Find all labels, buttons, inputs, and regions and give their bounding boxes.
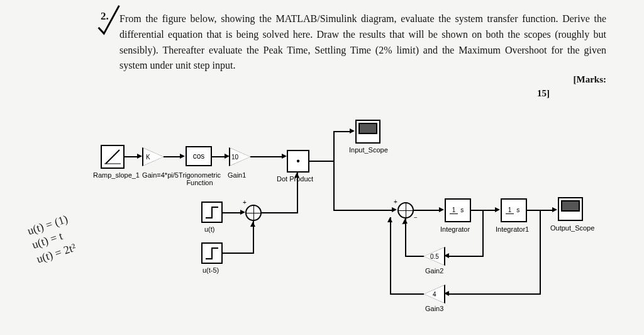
gain1-label: Gain1 — [228, 171, 246, 179]
gain-k-text: K — [146, 154, 150, 161]
svg-line-0 — [106, 150, 119, 164]
integrator1-label: Integrator1 — [496, 225, 529, 233]
trig-block: cos — [186, 146, 212, 166]
marks-label: [Marks: — [574, 74, 607, 85]
handwritten-notes: u(t) = (1) u(t) = t u(t) = 2t² — [26, 212, 79, 266]
integrator-frac: 1s — [450, 207, 467, 213]
tick-mark — [96, 3, 121, 40]
step-icon — [204, 245, 220, 261]
ramp-label: Ramp_slope_1 — [88, 171, 145, 179]
dot-symbol: • — [296, 156, 300, 167]
simulink-diagram: Ramp_slope_1 K Gain=4*pi/5 cos Trigonome… — [88, 126, 610, 327]
integrator-label: Integrator — [440, 225, 470, 233]
ut-label: u(t) — [204, 225, 215, 233]
sum-junction-1 — [245, 205, 262, 221]
output-scope-label: Output_Scope — [550, 224, 594, 232]
gain2-text: 0.5 — [430, 253, 439, 260]
sum-junction-main — [397, 202, 414, 219]
marks-value: 15] — [537, 88, 550, 99]
ramp-icon — [103, 147, 122, 166]
ut-block — [201, 202, 223, 223]
integrator1-frac: 1s — [506, 207, 523, 213]
integrator1-block: 1s — [501, 198, 527, 222]
gain2-label: Gain2 — [425, 267, 443, 275]
gain3-label: Gain3 — [425, 305, 443, 312]
gain3-text: 4 — [433, 291, 436, 298]
trig-label: Trigonometric Function — [173, 171, 226, 186]
step-icon — [204, 204, 220, 220]
dot-product-block: • — [287, 150, 309, 173]
question-number: 2. — [101, 10, 109, 23]
ut5-label: u(t-5) — [203, 266, 219, 274]
question-text: From the figure below, showing the MATLA… — [119, 11, 606, 74]
trig-text: cos — [193, 152, 205, 161]
gain1-text: 10 — [231, 154, 238, 161]
ut5-block — [201, 242, 223, 264]
integrator-block: 1s — [445, 198, 471, 222]
input-scope-label: Input_Scope — [349, 146, 388, 154]
ramp-block — [101, 145, 125, 169]
